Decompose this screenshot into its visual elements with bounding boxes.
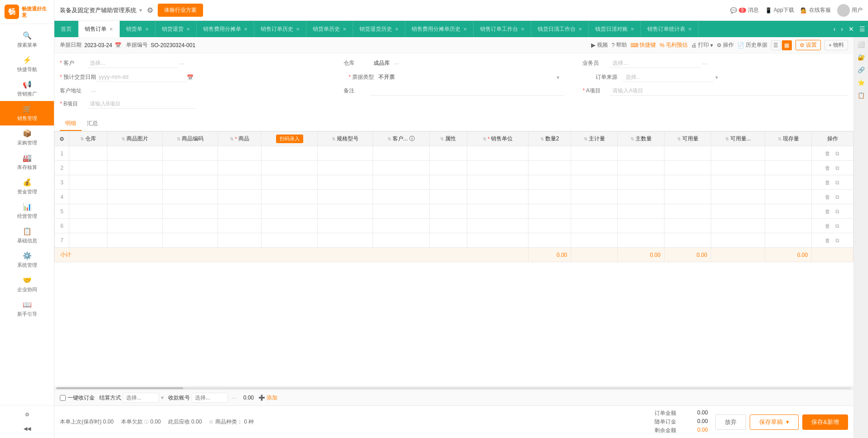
delivery-input[interactable] (96, 72, 187, 82)
settings-bottom-btn[interactable]: ⚙ (4, 409, 50, 420)
row-image-5[interactable] (107, 204, 162, 219)
row-attribute-1[interactable] (429, 146, 467, 161)
row-warehouse-5[interactable] (69, 204, 107, 219)
notification-item[interactable]: 💬 9 消息 (730, 6, 759, 14)
row-code-1[interactable] (162, 146, 218, 161)
add-material-action[interactable]: + 物料 (824, 40, 848, 50)
tab-11[interactable]: 钱货日清对账✕ (589, 21, 641, 37)
th-available[interactable]: ⇅可用量 (664, 132, 711, 146)
row-warehouse-4[interactable] (69, 190, 107, 204)
row-copy-4[interactable]: ⧉ (834, 193, 842, 201)
th-customer-code[interactable]: ⇅客户... ⓘ (373, 132, 429, 146)
row-code-5[interactable] (162, 204, 218, 219)
row-scan-6[interactable] (262, 219, 318, 233)
row-attribute-6[interactable] (429, 219, 467, 233)
row-delete-6[interactable]: 🗑 (824, 222, 832, 230)
row-main-unit-5[interactable] (571, 204, 618, 219)
row-customer-code-7[interactable] (373, 233, 429, 248)
tab-8[interactable]: 销售费用分摊单历史✕ (405, 21, 474, 37)
user-item[interactable]: 用户 (837, 4, 863, 17)
row-customer-code-4[interactable] (373, 190, 429, 204)
tab-close-11[interactable]: ✕ (630, 27, 634, 32)
tab-close-4[interactable]: ✕ (244, 27, 247, 32)
row-warehouse-3[interactable] (69, 175, 107, 190)
row-current-5[interactable] (765, 204, 812, 219)
account-more-btn[interactable]: ··· (230, 394, 239, 401)
row-qty2-2[interactable] (528, 161, 571, 175)
row-code-7[interactable] (162, 233, 218, 248)
row-warehouse-7[interactable] (69, 233, 107, 248)
row-current-6[interactable] (765, 219, 812, 233)
row-copy-6[interactable]: ⧉ (834, 222, 842, 230)
tab-7[interactable]: 销货退货历史✕ (353, 21, 405, 37)
row-qty2-1[interactable] (528, 146, 571, 161)
settings-action[interactable]: ⚙ 设置 (795, 40, 821, 50)
tab-12[interactable]: 销售订单统计表✕ (641, 21, 698, 37)
note-input[interactable] (371, 86, 565, 96)
row-product-3[interactable] (218, 175, 262, 190)
row-attribute-4[interactable] (429, 190, 467, 204)
row-available2-1[interactable] (711, 146, 765, 161)
th-scan[interactable]: 扫码录入 (262, 132, 318, 146)
row-product-6[interactable] (218, 219, 262, 233)
row-qty2-3[interactable] (528, 175, 571, 190)
tab-1[interactable]: 销售订单✕ (78, 21, 120, 37)
grid-view-btn[interactable]: ▦ (782, 40, 792, 50)
row-warehouse-1[interactable] (69, 146, 107, 161)
row-warehouse-6[interactable] (69, 219, 107, 233)
th-code[interactable]: ⇅商品编码 (162, 132, 218, 146)
row-spec-2[interactable] (317, 161, 373, 175)
number-value[interactable]: SO-20230324-001 (150, 42, 195, 48)
industry-btn[interactable]: 体验行业方案 (158, 4, 203, 17)
row-available-1[interactable] (664, 146, 711, 161)
row-available2-5[interactable] (711, 204, 765, 219)
sidebar-item-finance[interactable]: 💰资金管理 (0, 174, 54, 199)
row-main-unit-1[interactable] (571, 146, 618, 161)
print-action[interactable]: 🖨 打印 ▾ (691, 41, 713, 49)
warehouse-value[interactable]: 成品库 (371, 58, 393, 68)
staff-input[interactable] (610, 58, 700, 68)
row-available2-4[interactable] (711, 190, 765, 204)
sidebar-item-quick[interactable]: ⚡快捷导航 (0, 52, 54, 77)
draft-btn[interactable]: 保存草稿 ▾ (750, 414, 799, 430)
history-action[interactable]: 📄 历史单据 (737, 41, 767, 49)
tab-close-10[interactable]: ✕ (578, 27, 582, 32)
discard-btn[interactable]: 放弃 (715, 414, 746, 430)
row-current-2[interactable] (765, 161, 812, 175)
shortcut-action[interactable]: ⌨ 快捷键 (630, 41, 656, 49)
row-unit-7[interactable] (467, 233, 529, 248)
row-main-qty-3[interactable] (618, 175, 664, 190)
row-spec-4[interactable] (317, 190, 373, 204)
row-unit-1[interactable] (467, 146, 529, 161)
row-delete-4[interactable]: 🗑 (824, 193, 832, 201)
customer-input[interactable] (87, 58, 178, 68)
app-download-item[interactable]: 📱 App下载 (765, 6, 794, 14)
row-unit-4[interactable] (467, 190, 529, 204)
profit-action[interactable]: % 毛利预估 (659, 41, 688, 49)
row-main-unit-2[interactable] (571, 161, 618, 175)
save-btn[interactable]: 保存&新增 (802, 414, 848, 430)
tab-next-btn[interactable]: › (838, 21, 846, 37)
row-image-2[interactable] (107, 161, 162, 175)
row-attribute-5[interactable] (429, 204, 467, 219)
row-main-qty-7[interactable] (618, 233, 664, 248)
row-qty2-4[interactable] (528, 190, 571, 204)
row-product-1[interactable] (218, 146, 262, 161)
row-main-qty-2[interactable] (618, 161, 664, 175)
row-available-5[interactable] (664, 204, 711, 219)
order-source-arrow[interactable]: ▾ (715, 74, 718, 81)
row-available2-7[interactable] (711, 233, 765, 248)
customer-more-btn[interactable]: ··· (178, 60, 187, 67)
row-scan-4[interactable] (262, 190, 318, 204)
sidebar-item-operation[interactable]: 📊经营管理 (0, 199, 54, 223)
row-image-7[interactable] (107, 233, 162, 248)
tab-close-all-btn[interactable]: ✕ (846, 21, 857, 37)
account-input[interactable] (192, 393, 228, 403)
row-scan-1[interactable] (262, 146, 318, 161)
sidebar-item-enterprise[interactable]: 🤝企业协同 (0, 272, 54, 297)
row-spec-7[interactable] (317, 233, 373, 248)
row-available-3[interactable] (664, 175, 711, 190)
row-warehouse-2[interactable] (69, 161, 107, 175)
payment-arrow[interactable]: ▾ (161, 395, 164, 401)
row-code-3[interactable] (162, 175, 218, 190)
